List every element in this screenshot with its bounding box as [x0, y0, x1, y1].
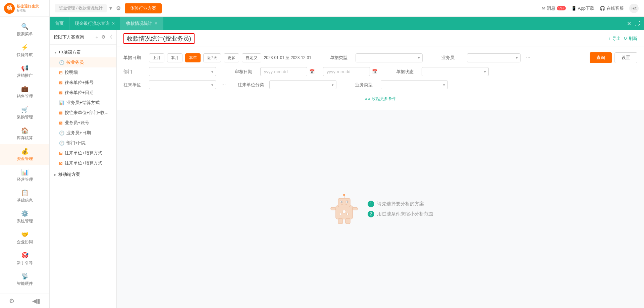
receipt-tab-close-icon[interactable]: ✕	[154, 21, 158, 26]
date-btn-custom[interactable]: 自定义	[242, 53, 261, 62]
filter-actions: 查询 设置	[590, 52, 637, 63]
message-button[interactable]: ✉ 消息 99+	[542, 5, 566, 11]
date-btn-this-month[interactable]: 本月	[167, 53, 182, 62]
tree-group-pc-header[interactable]: ▼ 电脑端方案	[50, 47, 116, 57]
footer-collapse-icon[interactable]: ◀▮	[32, 297, 40, 305]
sidebar-item-purchase[interactable]: 🛒 采购管理	[0, 103, 49, 123]
content-area: 按以下方案查询 ＋ ⚙ 《 ▼ 电脑端方案	[50, 30, 644, 308]
add-scheme-icon[interactable]: ＋	[95, 34, 99, 40]
salesman-more-icon[interactable]: ···	[526, 55, 530, 61]
date-btn-7days[interactable]: 近7天	[203, 53, 221, 62]
dept-date-icon: 🕐	[59, 141, 64, 146]
partner-select[interactable]	[149, 80, 216, 89]
category-label: 单据类型	[330, 55, 350, 61]
sidebar-item-sales[interactable]: 💼 销售管理	[0, 82, 49, 103]
biz-type-select[interactable]	[381, 80, 448, 89]
tree-item-partner-dept[interactable]: ⊠ 按往来单位+部门+收...	[50, 108, 116, 118]
tree-item-partner-account[interactable]: ⊠ 往来单位+账号	[50, 78, 116, 88]
collapse-panel-icon[interactable]: 《	[108, 34, 112, 40]
sidebar-item-wechat[interactable]: 💬 企业微信	[0, 290, 49, 294]
scheme-settings-icon[interactable]: ⚙	[101, 34, 106, 40]
export-button[interactable]: ↑ 导出	[609, 36, 621, 42]
review-date-from-input[interactable]	[260, 67, 307, 76]
review-date-to-input[interactable]	[323, 67, 370, 76]
tree-item-by-detail[interactable]: ⊞ 按明细	[50, 67, 116, 78]
calendar-to-icon[interactable]: 📅	[372, 69, 377, 74]
tree-item-salesman-settlement[interactable]: 📊 业务员+结算方式	[50, 98, 116, 108]
date-btn-this-year[interactable]: 本年	[185, 53, 201, 62]
tree-item-salesman-account[interactable]: ⊠ 业务员+账号	[50, 118, 116, 128]
tree-group-mobile: ▶ 移动端方案	[50, 169, 116, 179]
tab-close-window-icon[interactable]: ✕	[627, 20, 631, 27]
tree-item-by-salesman[interactable]: 🕐 按业务员	[50, 57, 116, 67]
salesman-account-icon: ⊠	[59, 120, 63, 125]
tip-num-1: 1	[368, 201, 374, 207]
partner-label: 往来单位	[123, 82, 144, 88]
refresh-button[interactable]: ↻ 刷新	[624, 36, 637, 42]
online-service-button[interactable]: 🎧 在线客服	[600, 5, 624, 11]
trial-button[interactable]: 体验行业方案	[125, 3, 162, 13]
setting-button[interactable]: 设置	[614, 52, 637, 63]
date-btn-last-month[interactable]: 上月	[149, 53, 164, 62]
tab-receipt[interactable]: 收款情况统计 ✕	[121, 17, 163, 30]
user-avatar[interactable]: Rit	[629, 4, 639, 13]
bank-tab-label: 现金银行流水查询	[75, 20, 110, 27]
receipt-tab-label: 收款情况统计	[126, 20, 152, 27]
tree-item-partner-date[interactable]: ⊠ 往来单位+日期	[50, 88, 116, 98]
query-button[interactable]: 查询	[590, 52, 612, 63]
partner-date-icon: ⊠	[59, 90, 63, 95]
page-header: 收款情况统计(按业务员) ↑ 导出 ↻ 刷新	[117, 30, 644, 47]
breadcrumb-dropdown-icon[interactable]: ▾	[109, 5, 112, 11]
main-content: 收款情况统计(按业务员) ↑ 导出 ↻ 刷新	[117, 30, 644, 308]
tab-home[interactable]: 首页	[50, 17, 69, 30]
partner-category-select-wrapper	[269, 80, 336, 89]
footer-settings-icon[interactable]: ⚙	[9, 297, 14, 305]
message-icon: ✉	[542, 6, 545, 11]
tree-item-salesman-date[interactable]: 🕐 业务员+日期	[50, 128, 116, 138]
logo-badge: 标准版	[17, 8, 39, 13]
sidebar-item-search[interactable]: 🔍 搜索菜单	[0, 19, 49, 40]
sidebar-item-finance[interactable]: 💰 资金管理	[0, 144, 49, 165]
enterprise-icon: 🤝	[21, 231, 29, 238]
status-select[interactable]	[422, 67, 489, 76]
category-select-wrapper	[356, 53, 423, 62]
calendar-from-icon[interactable]: 📅	[309, 69, 315, 74]
sidebar-item-guide[interactable]: 🎯 新手引导	[0, 248, 49, 269]
dept-select[interactable]	[149, 67, 216, 76]
collapse-bar[interactable]: ∧∧ 收起更多条件	[123, 93, 637, 104]
tree-group-mobile-header[interactable]: ▶ 移动端方案	[50, 169, 116, 179]
partner-settlement2-icon: ⊠	[59, 161, 63, 166]
salesman-select[interactable]	[467, 53, 521, 62]
app-download-button[interactable]: 📱 App下载	[571, 5, 594, 11]
status-select-wrapper	[422, 67, 489, 76]
sidebar-item-operation[interactable]: 📊 经营管理	[0, 165, 49, 186]
partner-more-icon[interactable]: ···	[221, 82, 226, 88]
left-panel-actions: ＋ ⚙ 《	[95, 34, 112, 40]
bank-tab-close-icon[interactable]: ✕	[112, 21, 115, 26]
sidebar-item-basic[interactable]: 📋 基础信息	[0, 186, 49, 207]
inventory-icon: 🏠	[21, 127, 29, 134]
hardware-icon: 📡	[21, 272, 29, 280]
left-panel-title: 按以下方案查询	[54, 34, 84, 40]
tab-bank[interactable]: 现金银行流水查询 ✕	[69, 17, 121, 30]
left-panel-tree: ▼ 电脑端方案 🕐 按业务员 ⊞ 按明细 ⊠	[50, 45, 116, 308]
settings-gear-icon[interactable]: ⚙	[116, 5, 121, 11]
salesman-scheme-icon: 🕐	[59, 60, 64, 65]
partner-category-select[interactable]	[269, 80, 336, 89]
topbar-right: ✉ 消息 99+ 📱 App下载 🎧 在线客服 Rit	[542, 4, 639, 13]
tree-item-partner-settlement1[interactable]: ⊞ 往来单位+结算方式	[50, 148, 116, 158]
mobile-group-arrow-icon: ▶	[54, 173, 56, 176]
sidebar-item-system[interactable]: ⚙️ 系统管理	[0, 207, 49, 227]
review-date-label: 审核日期	[235, 69, 255, 75]
sidebar-item-shortcut[interactable]: ⚡ 快捷导航	[0, 40, 49, 61]
sidebar-item-enterprise[interactable]: 🤝 企业协同	[0, 227, 49, 248]
sidebar-item-hardware[interactable]: 📡 智能硬件	[0, 269, 49, 290]
category-select[interactable]	[356, 53, 423, 62]
sidebar-item-marketing[interactable]: 📢 营销推广	[0, 61, 49, 82]
sidebar-item-inventory[interactable]: 🏠 库存核算	[0, 123, 49, 144]
tree-item-partner-settlement2[interactable]: ⊠ 往来单位+结算方式	[50, 158, 116, 168]
tree-item-dept-date[interactable]: 🕐 部门+日期	[50, 138, 116, 148]
logo-icon: 畅	[4, 3, 15, 14]
date-btn-more[interactable]: 更多	[224, 53, 239, 62]
tab-maximize-icon[interactable]: ⛶	[635, 20, 640, 27]
